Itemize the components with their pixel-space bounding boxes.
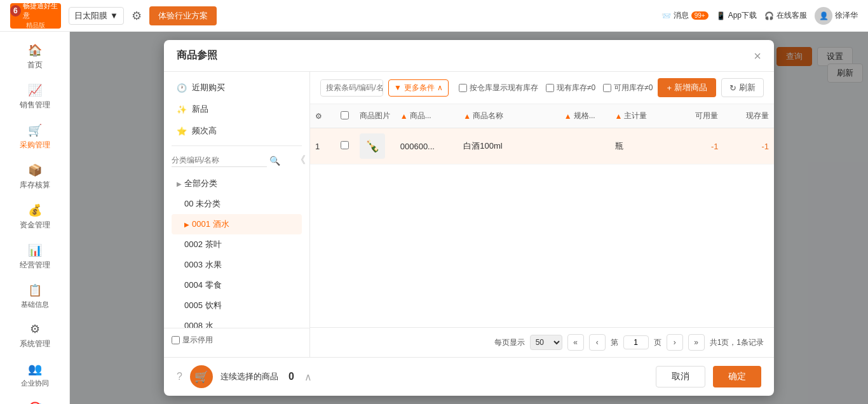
row-checkbox[interactable] [341,141,349,149]
row-check [336,128,355,165]
logo: 6 畅捷通好生意 精品版 [10,3,61,29]
messages-button[interactable]: 📨 消息 99+ [661,10,709,21]
filter-stock-nonzero-checkbox[interactable] [546,84,554,92]
filter-by-warehouse-checkbox[interactable] [459,84,467,92]
sort-unit-icon[interactable]: ▲ [615,112,623,121]
cat-0002[interactable]: 0002 茶叶 [172,234,302,255]
filter-by-warehouse-label: 按仓库显示现有库存 [470,83,538,93]
sidebar-label-finance: 资金管理 [20,220,50,231]
col-settings-icon[interactable]: ⚙ [315,112,322,121]
th-stock-label: 现存量 [746,111,769,121]
page-unit: 页 [654,337,661,348]
brand-sub: 精品版 [26,21,45,30]
main-area: 查询 设置 刷新 商品参照 × [70,32,868,404]
th-spec: ▲ 规格... [559,104,610,128]
confirm-button[interactable]: 确定 [713,366,761,387]
cart-button[interactable]: 🛒 [190,365,213,388]
mobile-icon: 📱 [716,11,726,20]
add-product-label: 新增商品 [674,82,707,93]
sidebar-item-operation[interactable]: 📊 经营管理 [0,237,69,277]
quick-new[interactable]: ✨ 新品 [169,98,304,120]
th-img: 商品图片 [355,104,395,128]
finance-icon: 💰 [28,203,42,217]
th-unit: ▲ 主计量 [610,104,661,128]
sort-name-icon[interactable]: ▲ [463,112,471,121]
modal-body: 🕐 近期购买 ✨ 新品 ⭐ 频次高 [164,72,774,357]
layout: 🏠 首页 📈 销售管理 🛒 采购管理 📦 库存核算 💰 资金管理 📊 经营管理 … [0,32,868,404]
sidebar-item-guide[interactable]: 🎯 新手引导 [0,394,69,404]
quick-recent[interactable]: 🕐 近期购买 [169,77,304,98]
add-product-button[interactable]: + 新增商品 [658,78,716,97]
page-number-input[interactable] [623,335,649,349]
app-download-button[interactable]: 📱 App下载 [716,10,757,21]
cat-0008[interactable]: 0008 水 [172,316,302,328]
close-button[interactable]: × [754,50,761,62]
page-label: 第 [611,337,618,348]
select-all-checkbox[interactable] [341,111,349,119]
product-search-input[interactable] [321,80,383,95]
per-page-select[interactable]: 50 10 20 100 [530,335,562,350]
sidebar-item-basic[interactable]: 📋 基础信息 [0,277,69,316]
cat-00[interactable]: 00 未分类 [172,194,302,214]
sidebar-item-home[interactable]: 🏠 首页 [0,37,69,77]
experience-button[interactable]: 体验行业方案 [149,6,217,25]
filter-more-label: 更多条件 [404,83,435,93]
settings-icon[interactable]: ⚙ [132,9,142,23]
page-next-button[interactable]: › [667,334,683,351]
filter-stock-nonzero[interactable]: 现有库存≠0 [546,83,595,93]
page-last-button[interactable]: » [688,334,705,351]
footer-collapse-icon[interactable]: ∧ [304,371,312,383]
filter-more-button[interactable]: ▼ 更多条件 ∧ [388,79,449,97]
sidebar: 🏠 首页 📈 销售管理 🛒 采购管理 📦 库存核算 💰 资金管理 📊 经营管理 … [0,32,70,404]
sort-up-code[interactable]: ▲ [400,112,408,121]
cat-all[interactable]: ▶ 全部分类 [172,173,302,194]
row-unit: 瓶 [610,128,661,165]
sidebar-label-enterprise: 企业协同 [21,379,49,388]
category-search-row: 🔍 [164,150,288,171]
table-row[interactable]: 1 🍾 [310,128,774,165]
sidebar-item-enterprise[interactable]: 👥 企业协同 [0,356,69,394]
sort-spec-icon[interactable]: ▲ [564,112,572,121]
show-disabled-label[interactable]: 显示停用 [172,335,213,346]
category-search-icon[interactable]: 🔍 [269,156,280,166]
customer-service-button[interactable]: 🎧 在线客服 [764,10,807,21]
page-first-button[interactable]: « [567,334,584,351]
inventory-icon: 📦 [28,163,42,177]
category-search-input[interactable] [172,154,267,167]
sidebar-item-inventory[interactable]: 📦 库存核算 [0,157,69,197]
category-tree: ▶ 全部分类 00 未分类 ▶ 0001 酒水 0002 茶 [164,171,309,328]
filter-up-icon: ∧ [437,83,443,92]
sidebar-label-home: 首页 [27,60,43,71]
sidebar-item-system[interactable]: ⚙ 系统管理 [0,316,69,356]
user-menu[interactable]: 👤 徐泽华 [815,7,858,25]
product-search-box: 🔍 [320,79,383,97]
cat-0001[interactable]: ▶ 0001 酒水 [172,214,302,234]
collapse-left-button[interactable]: 《 [288,151,313,170]
continuous-label: 连续选择的商品 [220,371,278,382]
filter-stock-nonzero-label: 现有库存≠0 [557,83,595,93]
sidebar-item-finance[interactable]: 💰 资金管理 [0,197,69,237]
tenant-dropdown[interactable]: 日太阳膜 ▼ [69,7,124,25]
help-icon[interactable]: ? [177,371,182,382]
cat-0004-label: 0004 零食 [184,279,222,291]
filter-avail-nonzero[interactable]: 可用库存≠0 [603,83,653,93]
cat-0005[interactable]: 0005 饮料 [172,295,302,316]
cancel-button[interactable]: 取消 [656,366,705,387]
th-avail-label: 可用量 [695,111,718,121]
cat-0004[interactable]: 0004 零食 [172,275,302,295]
cat-0003[interactable]: 0003 水果 [172,255,302,275]
refresh-icon: ↻ [729,83,736,93]
sidebar-item-purchase[interactable]: 🛒 采购管理 [0,117,69,157]
recent-icon: 🕐 [177,83,187,93]
show-disabled-checkbox[interactable] [172,336,180,344]
filter-avail-nonzero-checkbox[interactable] [603,84,611,92]
page-total-info: 共1页，1条记录 [710,337,764,348]
page-prev-button[interactable]: ‹ [589,334,606,351]
filter-by-warehouse[interactable]: 按仓库显示现有库存 [459,83,538,93]
th-name: ▲ 商品名称 [458,104,559,128]
avatar: 👤 [815,7,832,25]
quick-frequent[interactable]: ⭐ 频次高 [169,120,304,142]
sidebar-item-sales[interactable]: 📈 销售管理 [0,77,69,117]
footer-actions: 取消 确定 [656,366,761,387]
refresh-table-button[interactable]: ↻ 刷新 [721,78,764,97]
